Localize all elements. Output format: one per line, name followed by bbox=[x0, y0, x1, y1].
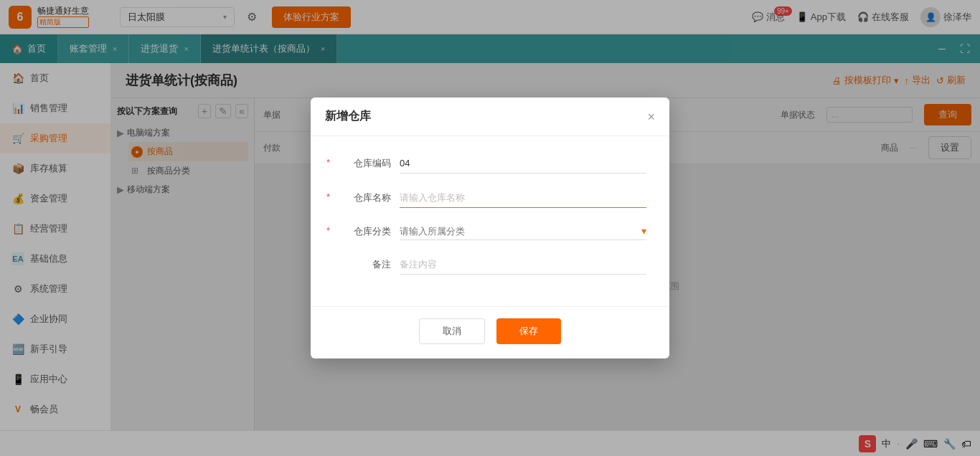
dialog-footer: 取消 保存 bbox=[311, 306, 669, 358]
form-row-name: 仓库名称 bbox=[334, 188, 646, 208]
category-label: 仓库分类 bbox=[334, 225, 391, 238]
save-button[interactable]: 保存 bbox=[496, 318, 561, 344]
category-input[interactable] bbox=[400, 226, 641, 237]
dialog-close-button[interactable]: × bbox=[647, 110, 655, 123]
name-label: 仓库名称 bbox=[334, 191, 391, 204]
dialog-header: 新增仓库 × bbox=[311, 98, 669, 136]
dialog-body: 仓库编码 仓库名称 仓库分类 ▾ 备注 bbox=[311, 136, 669, 306]
code-label: 仓库编码 bbox=[334, 157, 391, 170]
name-input[interactable] bbox=[400, 188, 646, 208]
remark-input[interactable] bbox=[400, 255, 646, 275]
dialog-title: 新增仓库 bbox=[325, 109, 371, 124]
category-select[interactable]: ▾ bbox=[400, 222, 646, 240]
code-input[interactable] bbox=[400, 153, 646, 174]
add-warehouse-dialog: 新增仓库 × 仓库编码 仓库名称 仓库分类 ▾ bbox=[311, 98, 669, 358]
form-row-remark: 备注 bbox=[334, 255, 646, 275]
cancel-button[interactable]: 取消 bbox=[419, 318, 485, 344]
remark-label: 备注 bbox=[334, 258, 391, 271]
form-row-category: 仓库分类 ▾ bbox=[334, 222, 646, 240]
modal-overlay: 新增仓库 × 仓库编码 仓库名称 仓库分类 ▾ bbox=[0, 0, 980, 456]
category-dropdown-arrow: ▾ bbox=[641, 225, 646, 237]
form-row-code: 仓库编码 bbox=[334, 153, 646, 174]
